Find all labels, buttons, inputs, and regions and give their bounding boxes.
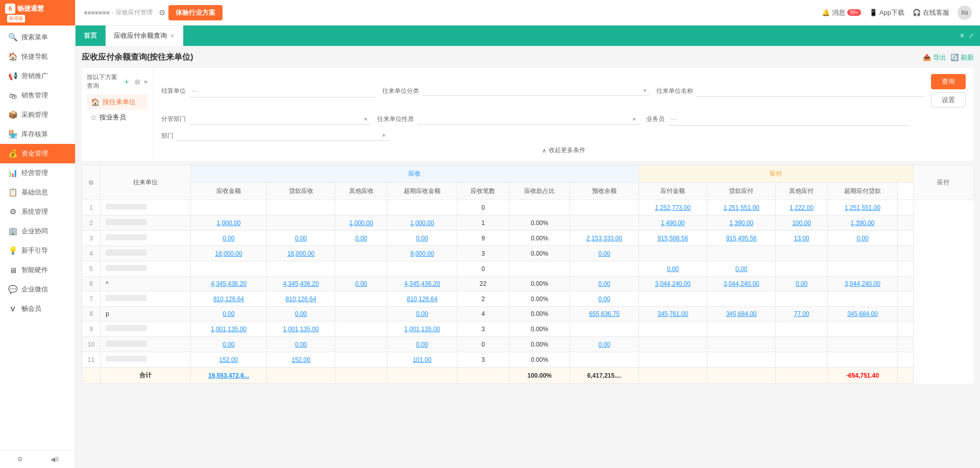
ap_other-cell[interactable] [776, 291, 828, 307]
ar_prepaid-cell[interactable]: 0.00 [570, 337, 639, 352]
message-btn[interactable]: 🔔 消息 99+ [822, 8, 861, 17]
ar_amount-cell[interactable] [190, 261, 266, 277]
ap_overdue-cell[interactable]: 3,044,240.00 [827, 277, 897, 291]
unit-name-input[interactable] [696, 85, 925, 97]
ar_prepaid-cell[interactable]: 0.00 [570, 291, 639, 307]
ar_loan-cell[interactable]: 152.00 [266, 352, 335, 367]
table-settings-icon[interactable]: ⚙ [88, 179, 94, 186]
form-collapse-btn[interactable]: ∧ 收起更多条件 [161, 146, 966, 155]
ap_amount-cell[interactable]: 915,508.56 [639, 231, 707, 246]
ar_other-cell[interactable] [335, 337, 387, 352]
solution-button[interactable]: 体验行业方案 [168, 5, 223, 20]
ar_prepaid-cell[interactable] [570, 261, 639, 277]
app-download-btn[interactable]: 📱 App下载 [869, 8, 904, 17]
ar_other-cell[interactable] [335, 261, 387, 277]
ap_amount-cell[interactable]: 3,044,240.00 [639, 277, 707, 291]
ap_other-cell[interactable]: 77.00 [776, 307, 828, 322]
ap_amount-cell[interactable]: 0.00 [639, 261, 707, 277]
sidebar-item-finance[interactable]: 💰 资金管理 [0, 144, 75, 163]
ar_loan-cell[interactable]: 810,126.64 [266, 291, 335, 307]
tab-maximize-btn[interactable]: ⤢ [969, 32, 974, 39]
sidebar-item-inventory[interactable]: 🏪 库存核算 [0, 125, 75, 144]
set-button[interactable]: 设置 [931, 92, 966, 108]
sidebar-item-guide[interactable]: 💡 新手引导 [0, 241, 75, 260]
ap_other-cell[interactable] [776, 246, 828, 261]
ar_amount-cell[interactable] [190, 200, 266, 215]
ar_loan-cell[interactable] [266, 200, 335, 215]
sidebar-item-operation[interactable]: 📊 经营管理 [0, 163, 75, 183]
ar_loan-cell[interactable]: 18,000.00 [266, 246, 335, 261]
tab-close-btn[interactable]: ✕ [170, 33, 175, 39]
sidebar-item-sales[interactable]: 🛍 销售管理 [0, 86, 75, 105]
refresh-button[interactable]: 🔄 刷新 [950, 53, 974, 62]
ap_loan-cell[interactable]: 915,495.56 [707, 231, 775, 246]
ap_amount-cell[interactable]: 1,490.00 [639, 215, 707, 231]
user-avatar[interactable]: Rit [958, 6, 972, 20]
sidebar-item-enterprise[interactable]: 🏢 企业协同 [0, 221, 75, 241]
tab-close-window-btn[interactable]: ✕ [960, 32, 965, 39]
ap_loan-cell[interactable] [707, 246, 775, 261]
ap_other-cell[interactable]: 0.00 [776, 277, 828, 291]
ap_other-cell[interactable]: 1,222.00 [776, 200, 828, 215]
ar_amount-cell[interactable]: 1,001,135.00 [190, 322, 266, 337]
ar_amount-cell[interactable]: 810,126.64 [190, 291, 266, 307]
query-button[interactable]: 查询 [931, 74, 966, 89]
ap_amount-cell[interactable]: 1,252,773.00 [639, 200, 707, 215]
ar_other-cell[interactable] [335, 322, 387, 337]
ap_overdue-cell[interactable] [827, 322, 897, 337]
ap_amount-cell[interactable] [639, 246, 707, 261]
dept-mgr-select[interactable]: ▼ [189, 114, 371, 125]
ar_loan-cell[interactable]: 4,345,436.20 [266, 277, 335, 291]
query-option-by-employee[interactable]: ⊙ 按业务员 [87, 110, 148, 125]
sidebar-item-sys-admin[interactable]: ⚙ 系统管理 [0, 202, 75, 221]
ar_amount-cell[interactable]: 0.00 [190, 307, 266, 322]
ap_overdue-cell[interactable] [827, 291, 897, 307]
ar_loan-cell[interactable]: 0.00 [266, 337, 335, 352]
ar_overdue-cell[interactable]: 1,001,135.00 [387, 322, 457, 337]
ar_prepaid-cell[interactable] [570, 352, 639, 367]
sidebar-item-purchase[interactable]: 📦 采购管理 [0, 105, 75, 125]
sidebar-item-smart-hw[interactable]: 🖥 智能硬件 [0, 260, 75, 280]
ar_loan-cell[interactable] [266, 261, 335, 277]
ar_loan-cell[interactable]: 0.00 [266, 231, 335, 246]
ar_amount-cell[interactable]: 18,000.00 [190, 246, 266, 261]
ar_overdue-cell[interactable]: 1,000.00 [387, 215, 457, 231]
ar_other-cell[interactable]: 0.00 [335, 277, 387, 291]
ap_amount-cell[interactable] [639, 352, 707, 367]
salesperson-input[interactable]: ··· [668, 113, 909, 126]
sidebar-item-quick-nav[interactable]: 🏠 快捷导航 [0, 47, 75, 66]
ap_overdue-cell[interactable] [827, 352, 897, 367]
ar_other-cell[interactable] [335, 200, 387, 215]
query-collapse-icon[interactable]: « [144, 78, 148, 85]
ap_other-cell[interactable] [776, 337, 828, 352]
tab-ar-ap[interactable]: 应收应付余额查询 ✕ [106, 26, 183, 46]
ar_loan-cell[interactable] [266, 215, 335, 231]
ar_amount-cell[interactable]: 4,345,436.20 [190, 277, 266, 291]
sidebar-item-vip[interactable]: V 畅会员 [0, 299, 75, 318]
ap_other-cell[interactable] [776, 322, 828, 337]
ar_overdue-cell[interactable]: 4,345,436.20 [387, 277, 457, 291]
ap_amount-cell[interactable] [639, 291, 707, 307]
ap_loan-cell[interactable]: 1,251,551.00 [707, 200, 775, 215]
ar_other-cell[interactable]: 1,000.00 [335, 215, 387, 231]
ap_amount-cell[interactable]: 345,761.00 [639, 307, 707, 322]
ar_prepaid-cell[interactable] [570, 200, 639, 215]
ar_prepaid-cell[interactable]: 2,153,333.00 [570, 231, 639, 246]
ap_overdue-cell[interactable] [827, 261, 897, 277]
ap_loan-cell[interactable]: 345,684.00 [707, 307, 775, 322]
ap_overdue-cell[interactable]: 1,251,551.00 [827, 200, 897, 215]
ar_overdue-cell[interactable] [387, 200, 457, 215]
ar_amount-cell[interactable]: 0.00 [190, 337, 266, 352]
sidebar-item-wechat[interactable]: 💬 企业微信 [0, 280, 75, 299]
ar_overdue-cell[interactable]: 0.00 [387, 337, 457, 352]
ap_overdue-cell[interactable]: 0.00 [827, 231, 897, 246]
ar_overdue-cell[interactable]: 9,000.00 [387, 246, 457, 261]
ar_amount-cell[interactable]: 152.00 [190, 352, 266, 367]
ar_prepaid-cell[interactable]: 0.00 [570, 277, 639, 291]
online-service-btn[interactable]: 🎧 在线客服 [913, 8, 949, 17]
ar_overdue-cell[interactable]: 810,126.64 [387, 291, 457, 307]
ap_amount-cell[interactable] [639, 322, 707, 337]
settlement-unit-input[interactable]: ··· [189, 85, 376, 97]
ar_other-cell[interactable] [335, 307, 387, 322]
ap_overdue-cell[interactable] [827, 337, 897, 352]
